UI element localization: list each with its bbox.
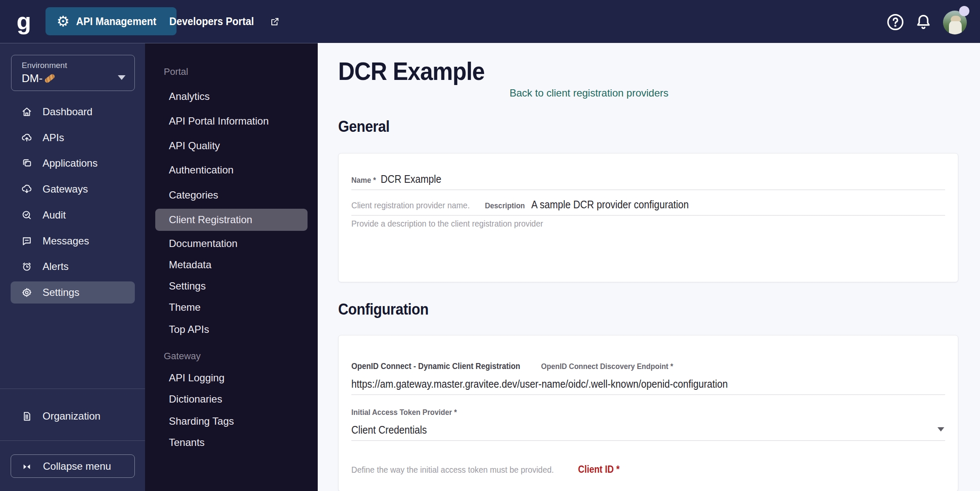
- token-provider-hint: Define the way the initial access token …: [351, 465, 554, 475]
- developers-portal-link[interactable]: Developers Portal: [169, 0, 280, 43]
- sidebar-item-organization[interactable]: Organization: [11, 405, 135, 427]
- submenu-item-api-portal-information[interactable]: API Portal Information: [169, 115, 269, 127]
- sidebar-item-messages[interactable]: Messages: [11, 230, 135, 252]
- discovery-endpoint-input[interactable]: https://am.gateway.master.gravitee.dev/u…: [351, 378, 728, 390]
- submenu-section-gateway: Gateway: [164, 350, 201, 362]
- primary-sidebar: Environment DM- Dashboard APIs Applicati…: [0, 43, 145, 491]
- select-caret-icon: [937, 427, 944, 431]
- description-field-hint: Provide a description to the client regi…: [351, 219, 543, 229]
- sidebar-item-audit[interactable]: Audit: [11, 204, 135, 226]
- sidebar-divider: [0, 440, 145, 441]
- developers-portal-label: Developers Portal: [169, 15, 254, 28]
- cloud-upload-icon: [21, 132, 33, 144]
- name-field-input[interactable]: DCR Example: [381, 173, 442, 185]
- configuration-card: OpenID Connect - Dynamic Client Registra…: [338, 335, 958, 491]
- gear-icon: ⚙: [57, 14, 69, 28]
- sidebar-item-dashboard[interactable]: Dashboard: [11, 101, 135, 123]
- home-icon: [21, 106, 33, 118]
- page-title: DCR Example: [338, 57, 484, 85]
- bell-icon: [914, 12, 933, 32]
- gravitee-logo[interactable]: g: [14, 5, 34, 37]
- input-underline: [351, 395, 945, 395]
- cloud-download-icon: [21, 183, 33, 195]
- top-bar: g ⚙ API Management Developers Portal: [0, 0, 980, 43]
- external-link-icon: [269, 16, 280, 27]
- message-icon: [21, 235, 33, 247]
- back-to-providers-link[interactable]: Back to client registration providers: [510, 87, 669, 99]
- api-management-button[interactable]: ⚙ API Management: [46, 7, 177, 35]
- token-provider-select[interactable]: Client Credentials: [351, 424, 945, 436]
- sidebar-item-settings[interactable]: Settings: [11, 281, 135, 304]
- description-field-label: Description: [485, 201, 525, 210]
- general-section-heading: General: [338, 118, 390, 136]
- discovery-endpoint-label: OpenID Connect Discovery Endpoint *: [541, 362, 673, 371]
- submenu-item-sharding-tags[interactable]: Sharding Tags: [169, 415, 234, 427]
- token-provider-value: Client Credentials: [351, 424, 427, 436]
- submenu-item-documentation[interactable]: Documentation: [169, 238, 237, 250]
- baguette-emoji: [44, 73, 55, 84]
- help-button[interactable]: [886, 12, 905, 32]
- name-field-hint: Client registration provider name.: [351, 200, 470, 210]
- user-status-badge: [959, 6, 969, 16]
- configuration-section-heading: Configuration: [338, 301, 428, 318]
- name-field-label: Name *: [351, 176, 376, 185]
- alarm-clock-icon: [21, 261, 33, 272]
- submenu-item-analytics[interactable]: Analytics: [169, 91, 210, 102]
- submenu-item-metadata[interactable]: Metadata: [169, 259, 211, 271]
- environment-label: Environment: [22, 61, 134, 70]
- settings-submenu: Portal Analytics API Portal Information …: [145, 43, 318, 491]
- submenu-section-portal: Portal: [164, 66, 188, 78]
- applications-icon: [21, 157, 33, 169]
- submenu-item-tenants[interactable]: Tenants: [169, 437, 205, 448]
- submenu-item-categories[interactable]: Categories: [169, 189, 218, 201]
- description-field-input[interactable]: A sample DCR provider configuration: [531, 199, 689, 211]
- submenu-item-dictionaries[interactable]: Dictionaries: [169, 393, 222, 405]
- environment-selector[interactable]: Environment DM-: [11, 55, 135, 91]
- submenu-item-authentication[interactable]: Authentication: [169, 164, 234, 176]
- token-provider-label: Initial Access Token Provider *: [351, 408, 457, 417]
- audit-search-icon: [21, 209, 33, 221]
- chevron-down-icon: [118, 75, 125, 80]
- avatar-cap-shape: [951, 16, 961, 21]
- api-management-console: g ⚙ API Management Developers Portal: [0, 0, 980, 491]
- input-underline: [351, 440, 945, 441]
- general-card: Name * DCR Example Client registration p…: [338, 153, 958, 282]
- submenu-item-theme[interactable]: Theme: [169, 301, 201, 313]
- notifications-button[interactable]: [914, 12, 933, 32]
- client-id-error-label: Client ID *: [578, 464, 620, 475]
- submenu-item-client-registration[interactable]: Client Registration: [169, 214, 252, 226]
- avatar-person-shape: [949, 20, 962, 34]
- collapse-menu-button[interactable]: Collapse menu: [11, 454, 135, 478]
- sidebar-item-apis[interactable]: APIs: [11, 127, 135, 149]
- provider-type-subtitle: OpenID Connect - Dynamic Client Registra…: [351, 361, 520, 371]
- main-content: DCR Example Back to client registration …: [318, 43, 980, 491]
- organization-icon: [21, 410, 33, 422]
- sidebar-item-gateways[interactable]: Gateways: [11, 178, 135, 200]
- help-circle-icon: [886, 12, 905, 32]
- submenu-item-api-logging[interactable]: API Logging: [169, 372, 225, 384]
- submenu-item-top-apis[interactable]: Top APIs: [169, 324, 209, 335]
- sidebar-item-applications[interactable]: Applications: [11, 152, 135, 174]
- gear-icon: [21, 287, 33, 298]
- submenu-item-api-quality[interactable]: API Quality: [169, 140, 220, 152]
- sidebar-divider: [0, 389, 145, 389]
- sidebar-item-alerts[interactable]: Alerts: [11, 255, 135, 278]
- input-underline: [351, 215, 945, 216]
- submenu-item-settings[interactable]: Settings: [169, 280, 206, 292]
- collapse-icon: [21, 461, 32, 472]
- api-management-label: API Management: [76, 15, 157, 28]
- input-underline: [351, 190, 945, 190]
